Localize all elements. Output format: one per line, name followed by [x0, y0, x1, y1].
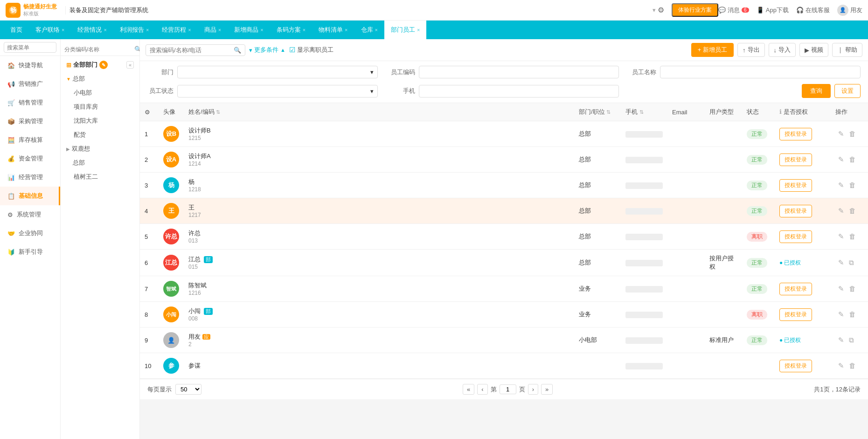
col-dept[interactable]: 部门/职位 ⇅	[574, 103, 621, 121]
phone-filter-input[interactable]	[419, 85, 619, 98]
edit-icon[interactable]: ✎	[838, 336, 844, 344]
query-btn[interactable]: 查询	[802, 84, 831, 98]
nav-item-addgoods[interactable]: 新增商品 ×	[228, 21, 270, 39]
trial-btn[interactable]: 体验行业方案	[672, 3, 718, 17]
dept-sub-shenyang[interactable]: 沈阳大库	[61, 114, 139, 128]
online-service-btn[interactable]: 🎧 在线客服	[796, 6, 830, 14]
video-btn[interactable]: ▶ 视频	[799, 43, 828, 57]
nav-close-goods[interactable]: ×	[218, 27, 221, 33]
empname-filter-input[interactable]	[660, 66, 861, 78]
edit-icon[interactable]: ✎	[838, 285, 844, 293]
set-btn[interactable]: 设置	[834, 84, 861, 98]
first-page-btn[interactable]: «	[463, 384, 474, 395]
empstatus-filter-select[interactable]: ▾	[177, 85, 378, 98]
edit-icon[interactable]: ✎	[838, 155, 844, 163]
nav-close-profit[interactable]: ×	[146, 27, 149, 33]
edit-icon[interactable]: ✎	[838, 362, 844, 369]
auth-info-icon[interactable]: ℹ	[779, 108, 782, 115]
page-number-input[interactable]	[500, 384, 516, 394]
sidebar-item-marketing[interactable]: 📢 营销推广	[0, 75, 60, 93]
nav-close-warehouse[interactable]: ×	[375, 27, 378, 33]
sidebar-item-finance[interactable]: 💰 资金管理	[0, 149, 60, 168]
dept-collapse-btn[interactable]: «	[126, 61, 134, 69]
auth-btn[interactable]: 授权登录	[779, 153, 812, 166]
dept-sub-delivery[interactable]: 配货	[61, 128, 139, 142]
nav-close-addgoods[interactable]: ×	[260, 27, 263, 33]
auth-btn[interactable]: 授权登录	[779, 283, 812, 295]
nav-close-operation[interactable]: ×	[104, 27, 106, 33]
col-settings[interactable]: ⚙	[140, 103, 159, 121]
nav-close-employee[interactable]: ×	[417, 27, 420, 33]
sidebar-item-basic[interactable]: 📋 基础信息	[0, 187, 60, 205]
edit-icon[interactable]: ✎	[838, 181, 844, 189]
nav-item-profit[interactable]: 利润报告 ×	[113, 21, 155, 39]
edit-icon[interactable]: ✎	[838, 310, 844, 318]
auth-btn[interactable]: 授权登录	[779, 205, 812, 217]
help-btn[interactable]: ｜ 帮助	[832, 43, 862, 57]
sidebar-item-guide[interactable]: 🔰 新手引导	[0, 243, 60, 261]
copy-icon[interactable]: ⧉	[849, 336, 854, 344]
dept-search-input[interactable]	[64, 46, 134, 53]
app-download-btn[interactable]: 📱 App下载	[757, 6, 789, 14]
import-btn[interactable]: ↓ 导入	[769, 43, 796, 57]
edit-icon[interactable]: ✎	[838, 207, 844, 215]
nav-item-customer[interactable]: 客户联络 ×	[29, 21, 71, 39]
empcode-filter-input[interactable]	[419, 66, 619, 78]
delete-icon[interactable]: 🗑	[849, 155, 856, 163]
sidebar-item-system[interactable]: ⚙ 系统管理	[0, 205, 60, 224]
delete-icon[interactable]: 🗑	[849, 285, 856, 293]
delete-icon[interactable]: 🗑	[849, 310, 856, 318]
prev-page-btn[interactable]: ‹	[477, 384, 487, 395]
col-phone[interactable]: 手机 ⇅	[621, 103, 667, 121]
gear-icon[interactable]	[658, 6, 664, 14]
dept-tree-root[interactable]: ▼ 总部	[61, 72, 139, 86]
dept-sub-project[interactable]: 项目库房	[61, 100, 139, 114]
sidebar-item-purchase[interactable]: 📦 采购管理	[0, 112, 60, 131]
nav-close-barcode[interactable]: ×	[303, 27, 306, 33]
delete-icon[interactable]: 🗑	[849, 232, 856, 240]
edit-icon[interactable]: ✎	[838, 232, 844, 240]
show-disabled-toggle[interactable]: ☑ 显示离职员工	[289, 46, 333, 54]
nav-item-barcode[interactable]: 条码方案 ×	[270, 21, 312, 39]
message-btn[interactable]: 💬 消息 6	[718, 6, 749, 14]
sidebar-item-nav[interactable]: 🏠 快捷导航	[0, 56, 60, 75]
delete-icon[interactable]: 🗑	[849, 362, 856, 369]
title-dropdown-icon[interactable]: ▾	[653, 7, 656, 14]
dept-sub-xiaodian[interactable]: 小电部	[61, 86, 139, 100]
auth-btn[interactable]: 授权登录	[779, 230, 812, 243]
nav-item-bom[interactable]: 物料清单 ×	[312, 21, 354, 39]
auth-btn[interactable]: 授权登录	[779, 128, 812, 140]
user-btn[interactable]: 👤 用友	[837, 5, 862, 16]
dept-edit-icon[interactable]: ✎	[99, 61, 108, 69]
auth-btn[interactable]: 授权登录	[779, 360, 812, 372]
sidebar-search-input[interactable]	[7, 44, 61, 51]
delete-icon[interactable]: 🗑	[849, 207, 856, 215]
nav-item-home[interactable]: 首页	[4, 21, 29, 39]
nav-item-warehouse[interactable]: 仓库 ×	[354, 21, 384, 39]
auth-btn[interactable]: 授权登录	[779, 179, 812, 192]
nav-close-customer[interactable]: ×	[62, 27, 64, 33]
next-page-btn[interactable]: ›	[528, 384, 538, 395]
last-page-btn[interactable]: »	[541, 384, 553, 395]
nav-item-employee[interactable]: 部门员工 ×	[384, 21, 426, 39]
nav-item-history[interactable]: 经营历程 ×	[155, 21, 197, 39]
sidebar-item-inventory[interactable]: 🧮 库存核算	[0, 131, 60, 149]
dept-tree-zongbu[interactable]: 总部	[61, 156, 139, 170]
page-size-select[interactable]: 50 100 200	[175, 384, 201, 395]
nav-item-operation[interactable]: 经营情况 ×	[71, 21, 113, 39]
nav-item-goods[interactable]: 商品 ×	[198, 21, 228, 39]
nav-close-bom[interactable]: ×	[345, 27, 347, 33]
filter-more-btn[interactable]: ▾ 更多条件 ▲	[249, 46, 285, 54]
edit-icon[interactable]: ✎	[838, 130, 844, 138]
delete-icon[interactable]: 🗑	[849, 130, 856, 138]
delete-icon[interactable]: 🗑	[849, 181, 856, 189]
export-btn[interactable]: ↑ 导出	[737, 43, 765, 57]
add-employee-btn[interactable]: + 新增员工	[691, 43, 734, 57]
copy-icon[interactable]: ⧉	[849, 258, 854, 266]
nav-close-history[interactable]: ×	[188, 27, 191, 33]
edit-icon[interactable]: ✎	[838, 258, 844, 266]
dept-filter-select[interactable]: ▾	[177, 66, 378, 78]
auth-btn[interactable]: 授权登录	[779, 308, 812, 321]
sidebar-item-business[interactable]: 📊 经营管理	[0, 168, 60, 187]
dept-sub-zhishu[interactable]: 植树王二	[61, 170, 139, 184]
